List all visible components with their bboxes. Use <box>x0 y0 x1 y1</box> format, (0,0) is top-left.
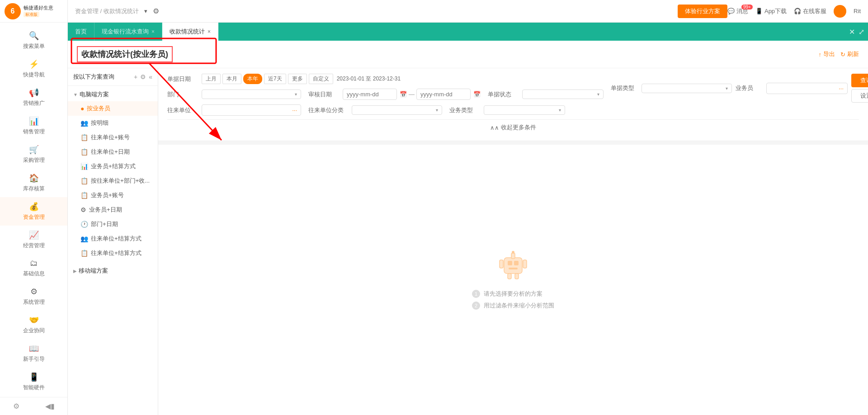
counterpart-select[interactable]: ··· <box>202 104 301 116</box>
sidebar-item-guide[interactable]: 📖 新手引导 <box>0 339 67 368</box>
filter-settings-btn[interactable]: 设置 <box>851 89 868 103</box>
counterpart-more-btn[interactable]: ··· <box>292 107 297 113</box>
sidebar-item-system[interactable]: ⚙ 系统管理 <box>0 282 67 311</box>
plan-item-unit-dept-receipts[interactable]: 📋 按往来单位+部门+收... <box>68 174 158 188</box>
sidebar-item-marketing[interactable]: 📢 营销推广 <box>0 83 67 112</box>
date-btn-last-7[interactable]: 近7天 <box>264 74 286 84</box>
plan-collapse-btn[interactable]: « <box>149 73 152 80</box>
date-btn-last-month[interactable]: 上月 <box>202 74 221 84</box>
dept-select[interactable]: ▾ <box>202 90 301 99</box>
sidebar-bottom-collapse[interactable]: ◀▮ <box>45 402 55 410</box>
staff-select[interactable]: ··· <box>766 83 848 94</box>
sidebar-item-purchase[interactable]: 🛒 采购管理 <box>0 140 67 169</box>
sidebar-item-basic[interactable]: 🗂 基础信息 <box>0 254 67 282</box>
counterpart-type-select-arrow: ▾ <box>436 108 438 113</box>
sidebar-item-label: 采购管理 <box>23 156 45 164</box>
plan-item-unit-settle2[interactable]: 📋 往来单位+结算方式 <box>68 246 158 260</box>
refresh-btn[interactable]: ↻ 刷新 <box>840 50 859 58</box>
quick-nav-icon: ⚡ <box>29 59 39 69</box>
doc-status-select[interactable]: ▾ <box>522 90 604 99</box>
window-close-btn[interactable]: ✕ <box>849 28 855 36</box>
tab-receipts[interactable]: 收款情况统计 × <box>162 23 218 41</box>
svg-rect-7 <box>523 260 527 268</box>
plan-item-by-detail[interactable]: 👥 按明细 <box>68 116 158 130</box>
sidebar-item-label: 新手引导 <box>23 355 45 363</box>
plan-item-staff-account[interactable]: 📋 业务员+账号 <box>68 188 158 203</box>
sidebar-item-business[interactable]: 📈 经营管理 <box>0 226 67 254</box>
message-btn[interactable]: 💬 消息 99+ <box>727 7 748 15</box>
topbar-dropdown-btn[interactable]: ▾ <box>144 8 147 14</box>
doc-status-label: 单据状态 <box>488 90 515 99</box>
plan-item-label-unit-settle1: 往来单位+结算方式 <box>91 235 152 243</box>
plan-item-unit-date[interactable]: 📋 往来单位+日期 <box>68 145 158 159</box>
audit-date-end[interactable] <box>416 89 471 100</box>
staff-more-btn[interactable]: ··· <box>839 85 844 92</box>
window-maximize-btn[interactable]: ⤢ <box>859 28 864 36</box>
plan-item-staff-settle[interactable]: 📊 业务员+结算方式 <box>68 159 158 174</box>
sidebar-item-label: 经营管理 <box>23 242 45 250</box>
sales-icon: 📊 <box>29 116 39 126</box>
collapse-bar[interactable]: ∧∧ 收起更多条件 <box>167 119 859 135</box>
tab-bank-flow[interactable]: 现金银行流水查询 × <box>94 23 162 41</box>
plan-item-icon-staff-date: ⚙ <box>80 206 86 213</box>
plan-item-staff-date[interactable]: ⚙ 业务员+日期 <box>68 203 158 217</box>
content-wrapper: 按以下方案查询 + ⚙ « ▼ 电脑端方案 ● 按业务员 <box>68 68 868 415</box>
tab-receipts-close[interactable]: × <box>208 28 211 35</box>
plan-item-by-staff[interactable]: ● 按业务员 <box>68 101 158 116</box>
empty-steps-list: 1 请先选择要分析的方案 2 用过滤条件来缩小分析范围 <box>472 290 554 313</box>
audit-date-start-calendar-icon[interactable]: 📅 <box>400 91 407 98</box>
sidebar-item-hardware[interactable]: 📱 智能硬件 <box>0 368 67 396</box>
tab-bar: 首页 现金银行流水查询 × 收款情况统计 × ✕ ⤢ <box>68 23 868 41</box>
counterpart-type-select[interactable]: ▾ <box>352 105 442 115</box>
left-panel-title: 按以下方案查询 <box>73 73 114 81</box>
topbar-settings-icon[interactable]: ⚙ <box>153 7 159 15</box>
tab-home-label: 首页 <box>75 28 87 36</box>
tab-bank-flow-label: 现金银行流水查询 <box>102 28 149 36</box>
tab-home[interactable]: 首页 <box>68 23 94 41</box>
plan-group-name-desktop: 电脑端方案 <box>80 90 109 99</box>
filter-actions: 查询 设置 <box>851 74 868 103</box>
tab-bank-flow-close[interactable]: × <box>151 28 155 35</box>
sidebar-item-finance[interactable]: 💰 资金管理 <box>0 197 67 226</box>
app-download-btn[interactable]: 📱 App下载 <box>755 7 787 15</box>
doc-type-select[interactable]: ▾ <box>642 84 732 93</box>
sidebar-item-quick-nav[interactable]: ⚡ 快捷导航 <box>0 55 67 83</box>
plan-group-name-mobile: 移动端方案 <box>79 267 108 275</box>
audit-date-end-calendar-icon[interactable]: 📅 <box>473 91 481 98</box>
business-type-select[interactable]: ▾ <box>484 105 565 115</box>
query-btn[interactable]: 查询 <box>851 74 868 87</box>
sidebar-item-search-menu[interactable]: 🔍 搜索菜单 <box>0 26 67 55</box>
audit-date-start[interactable] <box>343 89 397 100</box>
plan-item-icon-unit-settle2: 📋 <box>80 250 88 257</box>
audit-date-label: 审核日期 <box>308 90 335 99</box>
left-panel: 按以下方案查询 + ⚙ « ▼ 电脑端方案 ● 按业务员 <box>68 68 158 415</box>
sidebar-item-label: 企业协同 <box>23 327 45 335</box>
plan-item-unit-account[interactable]: 📋 往来单位+账号 <box>68 130 158 145</box>
message-count: 99+ <box>741 5 753 9</box>
sidebar-item-label: 快捷导航 <box>23 71 45 79</box>
sidebar-bottom-settings[interactable]: ⚙ <box>13 402 19 410</box>
date-btn-this-year[interactable]: 本年 <box>243 74 262 84</box>
trial-btn[interactable]: 体验行业方案 <box>678 5 727 18</box>
plan-group-desktop-header[interactable]: ▼ 电脑端方案 <box>68 88 158 101</box>
export-btn[interactable]: ↑ 导出 <box>819 50 835 58</box>
plan-item-dept-date[interactable]: 🕐 部门+日期 <box>68 217 158 231</box>
plan-settings-btn[interactable]: ⚙ <box>140 73 146 80</box>
counterpart-type-label: 往来单位分类 <box>308 106 344 114</box>
date-btn-custom[interactable]: 自定义 <box>309 74 333 84</box>
refresh-icon: ↻ <box>840 51 845 58</box>
doc-type-select-arrow: ▾ <box>726 86 728 91</box>
right-content: 单据日期 上月 本月 本年 近7天 更多 自定义 2023-01-01 至 20… <box>158 68 868 415</box>
sidebar-item-sales[interactable]: 📊 销售管理 <box>0 112 67 140</box>
plan-item-label-staff-account: 业务员+账号 <box>91 191 152 199</box>
sidebar-item-enterprise[interactable]: 🤝 企业协同 <box>0 311 67 339</box>
date-btn-more[interactable]: 更多 <box>288 74 307 84</box>
date-btn-this-month[interactable]: 本月 <box>222 74 241 84</box>
online-service-btn[interactable]: 🎧 在线客服 <box>794 7 826 15</box>
plan-group-mobile-header[interactable]: ▶ 移动端方案 <box>68 264 158 278</box>
stock-icon: 🏠 <box>29 173 39 183</box>
add-plan-btn[interactable]: + <box>134 73 137 80</box>
user-avatar[interactable] <box>834 5 846 18</box>
plan-item-unit-settle1[interactable]: 👥 往来单位+结算方式 <box>68 231 158 246</box>
sidebar-item-stock[interactable]: 🏠 库存核算 <box>0 169 67 197</box>
